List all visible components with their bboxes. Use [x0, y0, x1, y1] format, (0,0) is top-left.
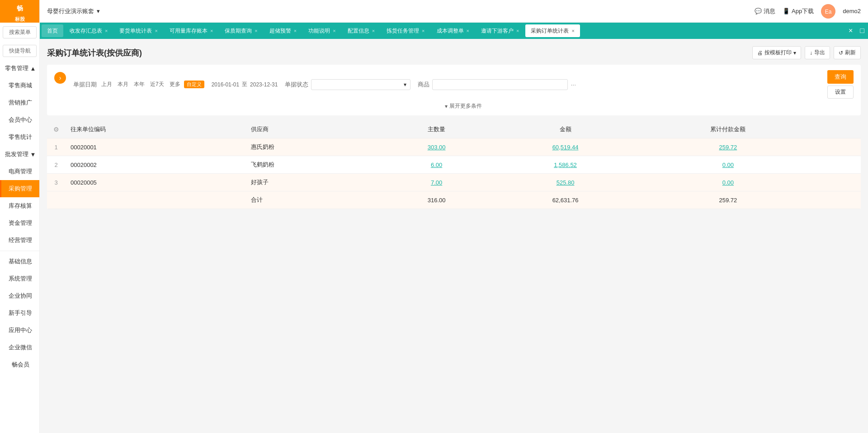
- date-to[interactable]: 2023-12-31: [250, 81, 278, 88]
- filter-toggle-btn[interactable]: ›: [54, 72, 66, 84]
- shortcut-btn[interactable]: 快捷导航: [3, 45, 37, 57]
- shortcut-last-month[interactable]: 上月: [99, 80, 114, 89]
- sidebar-item-new-guide[interactable]: 新手引导: [0, 305, 39, 322]
- sidebar-item-label: 系统管理: [9, 275, 32, 282]
- username-label[interactable]: demo2: [843, 8, 861, 14]
- tab-expiry-query[interactable]: 保质期查询 ×: [219, 24, 263, 37]
- cell-quantity[interactable]: 7.00: [380, 174, 493, 191]
- sidebar-item-ecommerce[interactable]: 电商管理: [0, 163, 39, 180]
- sidebar-item-label: 库存核算: [9, 202, 32, 209]
- date-filter-label: 单据日期: [73, 81, 97, 89]
- sidebar-item-operation[interactable]: 经营管理: [0, 232, 39, 249]
- sidebar-item-finance[interactable]: 资金管理: [0, 214, 39, 232]
- filter-row-1: 单据日期 上月 本月 本年 近7天 更多 自定义 2016-01-0: [73, 70, 854, 99]
- cell-amount[interactable]: 60,519.44: [493, 138, 637, 156]
- settings-button[interactable]: 设置: [827, 86, 854, 99]
- goods-more-icon[interactable]: ···: [571, 81, 576, 88]
- sidebar-item-label: 零售统计: [9, 133, 32, 140]
- tab-close-icon[interactable]: ×: [294, 28, 297, 33]
- shortcut-nav-btn[interactable]: 快捷导航: [0, 42, 39, 60]
- sidebar-item-inventory[interactable]: 库存核算: [0, 197, 39, 214]
- sidebar-item-app-center[interactable]: 应用中心: [0, 322, 39, 339]
- cell-supplier[interactable]: 好孩子: [245, 174, 380, 191]
- tab-close-icon[interactable]: ×: [105, 28, 108, 33]
- tab-config-info[interactable]: 配置信息 ×: [342, 24, 380, 37]
- tab-inventory-ledger[interactable]: 可用量库存账本 ×: [164, 24, 218, 37]
- cell-paid-amount[interactable]: 0.00: [638, 156, 818, 174]
- tab-close-icon[interactable]: ×: [467, 28, 469, 33]
- cell-amount[interactable]: 1,586.52: [493, 156, 637, 174]
- tab-close-icon[interactable]: ×: [333, 28, 335, 33]
- cell-supplier[interactable]: 飞鹤奶粉: [245, 156, 380, 174]
- tab-close-icon[interactable]: ×: [422, 28, 425, 33]
- sidebar-item-basic-info[interactable]: 基础信息: [0, 253, 39, 270]
- tab-close-icon[interactable]: ×: [255, 28, 257, 33]
- sidebar-item-purchase-mgmt[interactable]: 采购管理: [0, 180, 39, 197]
- tab-close-all-btn[interactable]: ×: [847, 27, 854, 35]
- sidebar-item-retail-mgmt[interactable]: 零售管理 ▲: [0, 60, 39, 77]
- goods-label: 商品: [418, 81, 429, 89]
- sidebar-item-retail-shop[interactable]: 零售商城: [0, 77, 39, 94]
- tab-function-desc[interactable]: 功能说明 ×: [303, 24, 341, 37]
- sidebar-item-marketing[interactable]: 营销推广: [0, 94, 39, 111]
- col-checkbox: ⚙: [47, 121, 65, 138]
- tab-home[interactable]: 首页: [42, 24, 63, 37]
- tab-receive-summary[interactable]: 收发存汇总表 ×: [64, 24, 113, 37]
- cell-paid-amount[interactable]: 0.00: [638, 174, 818, 191]
- refresh-button[interactable]: ↺ 刷新: [834, 46, 861, 59]
- workspace-selector[interactable]: 母婴行业演示账套 ▾: [47, 7, 100, 15]
- shortcut-more[interactable]: 更多: [168, 80, 182, 89]
- arrow-icon: ▲: [30, 65, 36, 72]
- cell-paid-amount[interactable]: 259.72: [638, 138, 818, 156]
- shortcut-7days[interactable]: 近7天: [148, 80, 166, 89]
- search-menu-btn[interactable]: 搜索菜单: [0, 23, 39, 42]
- cell-quantity[interactable]: 303.00: [380, 138, 493, 156]
- search-input-btn[interactable]: 搜索菜单: [3, 26, 37, 38]
- divider: [0, 251, 39, 251]
- action-buttons: 查询 设置: [827, 70, 854, 99]
- tab-purchase-summary[interactable]: 采购订单统计表 ×: [525, 24, 580, 37]
- tab-close-icon[interactable]: ×: [516, 28, 519, 33]
- status-select[interactable]: ▾: [311, 79, 410, 90]
- sidebar-item-label: 基础信息: [9, 258, 32, 265]
- sidebar-item-member[interactable]: 会员中心: [0, 111, 39, 128]
- sidebar-item-cooperation[interactable]: 企业协同: [0, 287, 39, 305]
- cell-supplier[interactable]: 惠氏奶粉: [245, 138, 380, 156]
- tab-expand-btn[interactable]: □: [858, 27, 866, 35]
- cell-unit-code[interactable]: 00020002: [65, 156, 245, 174]
- gear-icon[interactable]: ⚙: [53, 126, 59, 133]
- tab-close-icon[interactable]: ×: [571, 28, 574, 33]
- cell-unit-code[interactable]: 00020001: [65, 138, 245, 156]
- shortcut-this-year[interactable]: 本年: [132, 80, 146, 89]
- export-icon: ↓: [810, 50, 812, 56]
- tab-order-summary[interactable]: 要货单统计表 ×: [114, 24, 163, 37]
- tab-overstock-warning[interactable]: 超储预警 ×: [264, 24, 302, 37]
- tab-close-icon[interactable]: ×: [210, 28, 213, 33]
- tab-close-icon[interactable]: ×: [372, 28, 375, 33]
- sidebar-item-system[interactable]: 系统管理: [0, 270, 39, 287]
- avatar[interactable]: Ea: [821, 4, 835, 19]
- goods-input[interactable]: [432, 79, 568, 90]
- print-arrow-icon: ▾: [793, 50, 796, 56]
- sidebar-item-retail-stats[interactable]: 零售统计: [0, 128, 39, 146]
- footer-empty1: [47, 191, 65, 209]
- search-button[interactable]: 查询: [827, 70, 854, 84]
- tab-cost-adjust[interactable]: 成本调整单 ×: [431, 24, 475, 37]
- tab-picking-task[interactable]: 拣货任务管理 ×: [381, 24, 430, 37]
- expand-conditions-btn[interactable]: ▾ 展开更多条件: [445, 102, 482, 110]
- sidebar-item-enterprise-wechat[interactable]: 企业微信: [0, 339, 39, 356]
- sidebar-item-member2[interactable]: 畅会员: [0, 356, 39, 373]
- export-button[interactable]: ↓ 导出: [805, 46, 830, 59]
- date-from[interactable]: 2016-01-01: [212, 81, 239, 88]
- app-download-btn[interactable]: 📱 App下载: [783, 7, 814, 15]
- cell-unit-code[interactable]: 00020005: [65, 174, 245, 191]
- tab-label: 可用量库存账本: [170, 27, 208, 35]
- sidebar-item-wholesale-mgmt[interactable]: 批发管理 ▼: [0, 146, 39, 163]
- cell-amount[interactable]: 525.80: [493, 174, 637, 191]
- shortcut-this-month[interactable]: 本月: [116, 80, 130, 89]
- message-btn[interactable]: 💬 消息: [755, 7, 775, 15]
- tab-close-icon[interactable]: ×: [155, 28, 157, 33]
- tab-invite-downstream[interactable]: 邀请下游客户 ×: [476, 24, 524, 37]
- print-button[interactable]: 🖨 按模板打印 ▾: [752, 46, 801, 59]
- cell-quantity[interactable]: 6.00: [380, 156, 493, 174]
